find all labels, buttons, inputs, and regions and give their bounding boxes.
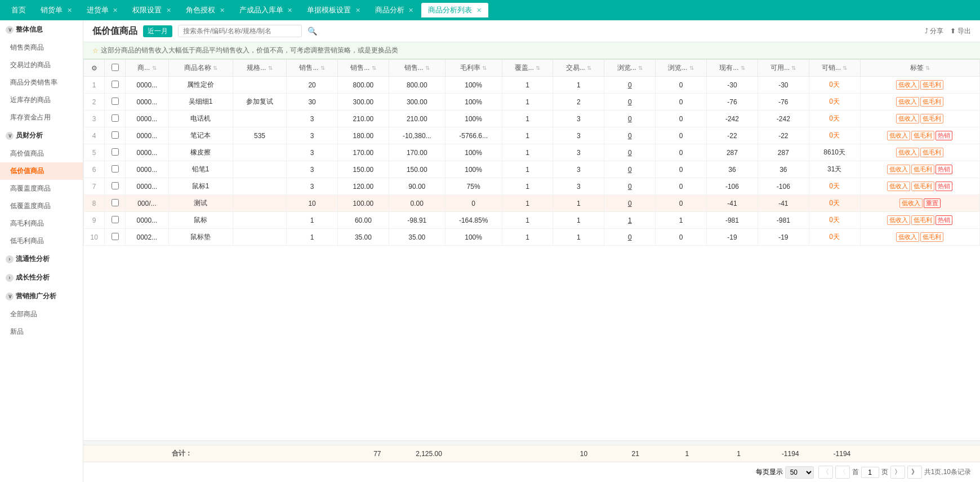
col-transaction[interactable]: 交易... ⇅ [553,60,604,77]
browse-link[interactable]: 0 [628,166,632,174]
close-icon[interactable]: ✕ [67,7,72,14]
cell-browse1[interactable]: 0 [604,94,656,110]
nav-tab-template[interactable]: 单据模板设置 ✕ [300,3,367,17]
browse-link[interactable]: 0 [628,81,632,89]
sidebar-group-cwfx[interactable]: ∨ 员财分析 [0,126,83,145]
cell-browse1[interactable]: 0 [604,110,656,127]
col-tags[interactable]: 标签 ⇅ [860,60,979,77]
period-button[interactable]: 近一月 [143,25,172,37]
col-checkbox[interactable] [105,60,126,77]
close-icon[interactable]: ✕ [476,7,482,14]
sidebar-group-overview[interactable]: ∨ 整体信息 [0,20,83,39]
col-browse1[interactable]: 浏览... ⇅ [604,60,656,77]
close-icon[interactable]: ✕ [287,7,292,14]
browse-link[interactable]: 0 [628,132,632,140]
nav-tab-permission[interactable]: 权限设置 ✕ [126,3,178,17]
sidebar-group-llxfx[interactable]: › 流通性分析 [0,250,83,268]
cell-browse1[interactable]: 0 [604,77,656,94]
row-checkbox[interactable] [112,114,119,122]
cell-checkbox[interactable] [105,77,126,94]
cell-browse1[interactable]: 1 [604,212,656,229]
col-margin[interactable]: 毛利率 ⇅ [445,60,502,77]
browse-link[interactable]: 0 [628,98,632,106]
nav-tab-product-analysis[interactable]: 商品分析 ✕ [368,3,421,17]
browse-link[interactable]: 0 [628,115,632,123]
select-all-checkbox[interactable] [112,64,119,71]
row-checkbox[interactable] [112,131,119,139]
collapse-icon[interactable]: ∨ [6,132,14,140]
nav-tab-role[interactable]: 角色授权 ✕ [179,3,231,17]
browse-link[interactable]: 1 [628,216,632,224]
table-container[interactable]: ⚙ 商... ⇅ 商品名称 ⇅ 规格... ⇅ 销售... ⇅ 销售... ⇅ … [83,59,980,440]
browse-link[interactable]: 0 [628,233,632,241]
cell-checkbox[interactable] [105,178,126,195]
per-page-select[interactable]: 50 100 200 [785,466,814,479]
col-sale-qty[interactable]: 销售... ⇅ [287,60,338,77]
nav-tab-home[interactable]: 首页 [5,3,33,17]
sidebar-item-stock-funds[interactable]: 库存资金占用 [0,109,83,126]
first-page-button[interactable]: 《 [818,466,833,479]
col-usable[interactable]: 可用... ⇅ [758,60,809,77]
sidebar-item-sales-products[interactable]: 销售类商品 [0,39,83,56]
search-input[interactable] [178,25,302,37]
col-current-stock[interactable]: 现有... ⇅ [707,60,758,77]
cell-checkbox[interactable] [105,127,126,144]
row-checkbox[interactable] [112,216,119,223]
sidebar-group-yxtgfx[interactable]: ∨ 营销推广分析 [0,287,83,306]
sidebar-item-low-coverage[interactable]: 低覆盖度商品 [0,197,83,215]
row-checkbox[interactable] [112,98,119,105]
row-checkbox[interactable] [112,199,119,206]
cell-browse1[interactable]: 0 [604,195,656,212]
sidebar-item-high-value[interactable]: 高价值商品 [0,145,83,162]
sidebar-item-high-margin[interactable]: 高毛利商品 [0,215,83,232]
nav-tab-product-stock[interactable]: 产成品入库单 ✕ [233,3,300,17]
browse-link[interactable]: 0 [628,183,632,191]
nav-tab-sales[interactable]: 销货单 ✕ [34,3,79,17]
collapse-icon[interactable]: › [6,274,14,282]
row-checkbox[interactable] [112,165,119,173]
row-checkbox[interactable] [112,182,119,189]
browse-link[interactable]: 0 [628,200,632,207]
sidebar-item-all-products[interactable]: 全部商品 [0,306,83,323]
cell-checkbox[interactable] [105,110,126,127]
col-coverage[interactable]: 覆盖... ⇅ [502,60,553,77]
cell-browse1[interactable]: 0 [604,127,656,144]
sidebar-item-low-margin[interactable]: 低毛利商品 [0,232,83,250]
sidebar-group-czxfx[interactable]: › 成长性分析 [0,268,83,287]
cell-checkbox[interactable] [105,94,126,110]
page-input[interactable] [861,467,879,478]
prev-page-button[interactable]: 〈 [835,466,850,479]
next-page-button[interactable]: 〉 [890,466,905,479]
col-sale-amount[interactable]: 销售... ⇅ [389,60,445,77]
cell-checkbox[interactable] [105,229,126,246]
cell-browse1[interactable]: 0 [604,144,656,161]
sidebar-item-near-stockout[interactable]: 近库存的商品 [0,91,83,109]
sidebar-item-low-value[interactable]: 低价值商品 [0,162,83,180]
close-icon[interactable]: ✕ [113,7,118,14]
row-checkbox[interactable] [112,233,119,240]
sidebar-item-traded-products[interactable]: 交易过的商品 [0,56,83,74]
share-button[interactable]: ⤴ 分享 [925,26,943,36]
col-name[interactable]: 商品名称 ⇅ [168,60,233,77]
last-page-button[interactable]: 》 [907,466,922,479]
close-icon[interactable]: ✕ [408,7,413,14]
col-settings[interactable]: ⚙ [84,60,105,77]
collapse-icon[interactable]: › [6,255,14,263]
horizontal-scrollbar[interactable] [83,440,980,445]
close-icon[interactable]: ✕ [166,7,171,14]
cell-browse1[interactable]: 0 [604,229,656,246]
cell-browse1[interactable]: 0 [604,178,656,195]
sidebar-item-new-products[interactable]: 新品 [0,323,83,341]
cell-browse1[interactable]: 0 [604,161,656,178]
export-button[interactable]: ⬆ 导出 [950,26,971,36]
close-icon[interactable]: ✕ [220,7,225,14]
collapse-icon[interactable]: ∨ [6,293,14,300]
col-code[interactable]: 商... ⇅ [126,60,168,77]
col-browse2[interactable]: 浏览... ⇅ [656,60,707,77]
close-icon[interactable]: ✕ [355,7,360,14]
sidebar-item-category-sales[interactable]: 商品分类销售率 [0,74,83,91]
cell-checkbox[interactable] [105,161,126,178]
collapse-icon[interactable]: ∨ [6,26,14,34]
nav-tab-analysis-list[interactable]: 商品分析列表 ✕ [421,3,488,17]
row-checkbox[interactable] [112,148,119,156]
